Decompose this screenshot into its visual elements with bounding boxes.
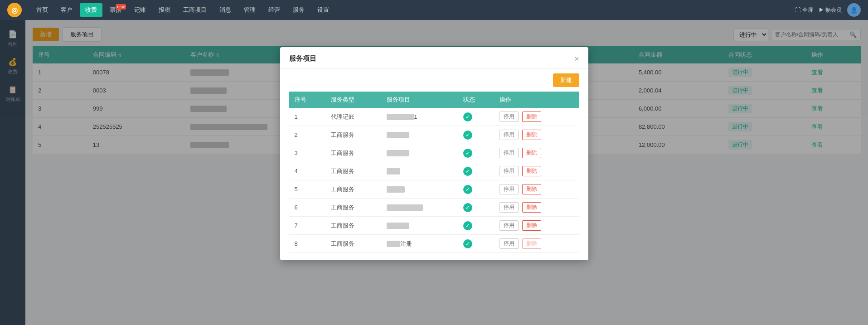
nav-bookkeeping[interactable]: 记账 <box>129 3 151 17</box>
dialog-cell-item: ████1 <box>381 108 457 126</box>
dialog-cell-action: 停用 删除 <box>494 162 579 180</box>
nav-customer[interactable]: 客户 <box>55 3 78 17</box>
status-check-icon: ✓ <box>463 185 472 194</box>
stop-button[interactable]: 停用 <box>499 202 519 213</box>
main-layout: 📄 合同 💰 收费 📋 对账单 新增 服务项目 进行中 已完成 已取消 <box>0 20 868 325</box>
dialog-table-row: 2 工商服务 ████ ✓ 停用 删除 <box>289 126 579 144</box>
status-check-icon: ✓ <box>463 203 472 212</box>
dialog-cell-type: 代理记账 <box>325 108 381 126</box>
dialog-cell-item: ███ <box>381 180 457 199</box>
dialog-col-seq: 序号 <box>289 92 326 108</box>
dialog-cell-type: 工商服务 <box>325 144 381 162</box>
dialog-cell-action: 停用 删除 <box>494 235 579 253</box>
nav-operation[interactable]: 经营 <box>263 3 286 17</box>
dialog-cell-type: 工商服务 <box>325 235 381 253</box>
stop-button[interactable]: 停用 <box>499 148 519 158</box>
dialog-cell-seq: 3 <box>289 144 326 162</box>
dialog-cell-item: ████ <box>381 144 457 162</box>
nav-tax[interactable]: 报税 <box>153 3 176 17</box>
dialog-content: 序号 服务类型 服务项目 状态 操作 1 代理记账 ████1 <box>280 92 588 260</box>
dialog-toolbar: 新建 <box>280 69 588 92</box>
delete-button[interactable]: 删除 <box>522 238 541 249</box>
dialog-cell-seq: 5 <box>289 180 326 199</box>
dialog-table-row: 5 工商服务 ███ ✓ 停用 删除 <box>289 180 579 199</box>
nav-service[interactable]: 服务 <box>287 3 310 17</box>
modal-overlay: 服务项目 × 新建 序号 服务类型 服务项目 状态 <box>25 20 868 325</box>
dialog-cell-status: ✓ <box>458 217 495 235</box>
nav-invoice[interactable]: 票据 new <box>104 3 127 17</box>
service-dialog: 服务项目 × 新建 序号 服务类型 服务项目 状态 <box>280 47 588 260</box>
stop-button[interactable]: 停用 <box>499 184 519 194</box>
delete-button[interactable]: 删除 <box>522 166 541 176</box>
dialog-cell-action: 停用 删除 <box>494 108 579 126</box>
dialog-col-action: 操作 <box>494 92 579 108</box>
dialog-table-row: 8 工商服务 ██注册 ✓ 停用 删除 <box>289 235 579 253</box>
dialog-cell-status: ✓ <box>458 235 495 253</box>
dialog-cell-action: 停用 删除 <box>494 144 579 162</box>
delete-button[interactable]: 删除 <box>522 220 541 231</box>
dialog-cell-item: ████ <box>381 126 457 144</box>
dialog-cell-action: 停用 删除 <box>494 199 579 217</box>
stop-button[interactable]: 停用 <box>499 166 519 176</box>
nav-manage[interactable]: 管理 <box>238 3 261 17</box>
delete-button[interactable]: 删除 <box>522 148 541 158</box>
dialog-cell-type: 工商服务 <box>325 217 381 235</box>
dialog-cell-action: 停用 删除 <box>494 217 579 235</box>
dialog-cell-item: ██注册 <box>381 235 457 253</box>
user-avatar[interactable]: 👤 <box>847 3 861 17</box>
dialog-cell-item: ██ <box>381 162 457 180</box>
dialog-cell-type: 工商服务 <box>325 199 381 217</box>
dialog-table-row: 6 工商服务 ███████ ✓ 停用 删除 <box>289 199 579 217</box>
stop-button[interactable]: 停用 <box>499 220 519 231</box>
dialog-table-row: 3 工商服务 ████ ✓ 停用 删除 <box>289 144 579 162</box>
delete-button[interactable]: 删除 <box>522 112 541 122</box>
delete-button[interactable]: 删除 <box>522 184 541 194</box>
dialog-cell-status: ✓ <box>458 199 495 217</box>
dialog-close-button[interactable]: × <box>574 55 579 63</box>
status-check-icon: ✓ <box>463 131 472 140</box>
member-btn[interactable]: ▶ 畅会员 <box>819 6 842 14</box>
status-check-icon: ✓ <box>463 221 472 230</box>
dialog-cell-item: ███████ <box>381 199 457 217</box>
dialog-table-row: 1 代理记账 ████1 ✓ 停用 删除 <box>289 108 579 126</box>
delete-button[interactable]: 删除 <box>522 202 541 213</box>
dialog-cell-seq: 6 <box>289 199 326 217</box>
dialog-cell-type: 工商服务 <box>325 162 381 180</box>
dialog-cell-status: ✓ <box>458 108 495 126</box>
dialog-new-button[interactable]: 新建 <box>553 73 579 87</box>
stop-button[interactable]: 停用 <box>499 130 519 140</box>
stop-button[interactable]: 停用 <box>499 238 519 249</box>
status-check-icon: ✓ <box>463 167 472 176</box>
dialog-col-status: 状态 <box>458 92 495 108</box>
dialog-cell-action: 停用 删除 <box>494 126 579 144</box>
status-check-icon: ✓ <box>463 239 472 248</box>
status-check-icon: ✓ <box>463 149 472 158</box>
dialog-cell-type: 工商服务 <box>325 126 381 144</box>
nav-business[interactable]: 工商项目 <box>178 3 212 17</box>
stop-button[interactable]: 停用 <box>499 112 519 122</box>
content-area: 新增 服务项目 进行中 已完成 已取消 🔍 序号 合同 <box>25 20 868 325</box>
dialog-cell-seq: 8 <box>289 235 326 253</box>
dialog-cell-action: 停用 删除 <box>494 180 579 199</box>
nav-fee[interactable]: 收费 <box>80 3 102 17</box>
top-right-tools: ⛶ 全屏 ▶ 畅会员 👤 <box>795 3 861 17</box>
fullscreen-btn[interactable]: ⛶ 全屏 <box>795 6 813 14</box>
dialog-cell-status: ✓ <box>458 180 495 199</box>
dialog-cell-item: ████ <box>381 217 457 235</box>
dialog-col-item: 服务项目 <box>381 92 457 108</box>
dialog-cell-seq: 7 <box>289 217 326 235</box>
dialog-header: 服务项目 × <box>280 47 588 69</box>
dialog-cell-seq: 2 <box>289 126 326 144</box>
nav-settings[interactable]: 设置 <box>312 3 335 17</box>
dialog-cell-status: ✓ <box>458 126 495 144</box>
nav-home[interactable]: 首页 <box>31 3 53 17</box>
app-logo: ◎ <box>7 3 22 17</box>
dialog-table-row: 7 工商服务 ████ ✓ 停用 删除 <box>289 217 579 235</box>
nav-message[interactable]: 消息 <box>214 3 237 17</box>
nav-menu: 首页 客户 收费 票据 new 记账 报税 工商项目 消息 管理 经营 服务 设… <box>31 3 795 17</box>
delete-button[interactable]: 删除 <box>522 130 541 140</box>
service-items-table: 序号 服务类型 服务项目 状态 操作 1 代理记账 ████1 <box>289 92 579 253</box>
status-check-icon: ✓ <box>463 112 472 121</box>
new-badge: new <box>116 4 126 10</box>
dialog-cell-seq: 4 <box>289 162 326 180</box>
